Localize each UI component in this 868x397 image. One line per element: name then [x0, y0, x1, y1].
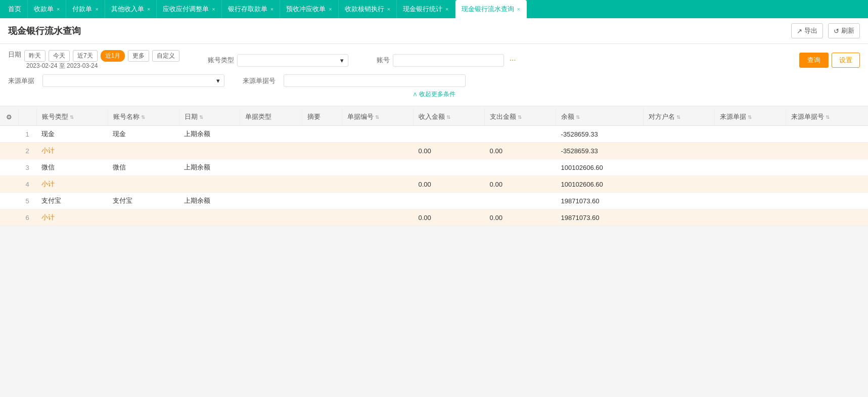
date-btn-more[interactable]: 更多: [128, 50, 149, 62]
setting-button[interactable]: 设置: [832, 53, 860, 68]
cell-counterparty: [644, 193, 715, 209]
col-row-num: [18, 108, 36, 126]
close-icon[interactable]: ×: [517, 6, 520, 12]
account-input[interactable]: [393, 54, 504, 67]
account-more-icon[interactable]: ···: [507, 56, 518, 65]
cell-gear: [0, 176, 18, 193]
nav-bank-deposit[interactable]: 银行存取款单 ×: [222, 0, 280, 18]
cell-counterparty: [644, 126, 715, 143]
cell-doc-type: [240, 159, 302, 176]
col-doc-type: 单据类型: [240, 108, 302, 126]
cell-account-name: 微信: [108, 159, 179, 176]
table-row: 3微信微信上期余额100102606.60: [0, 159, 868, 176]
cell-gear: [0, 193, 18, 209]
cell-doc-no: [342, 143, 413, 159]
date-btn-custom[interactable]: 自定义: [152, 50, 179, 62]
cell-gear: [0, 143, 18, 159]
chevron-down-icon: ▾: [216, 77, 220, 84]
nav-cash-bank-stat[interactable]: 现金银行统计 ×: [397, 0, 455, 18]
nav-cash-bank-flow[interactable]: 现金银行流水查询 ×: [455, 0, 527, 18]
col-income[interactable]: 收入金额⇅: [414, 108, 485, 126]
close-icon[interactable]: ×: [270, 6, 273, 12]
date-btn-1month[interactable]: 近1月: [101, 50, 125, 62]
cell-expense: [485, 193, 556, 209]
chevron-down-icon: ▾: [340, 57, 344, 64]
col-account-type[interactable]: 账号类型⇅: [36, 108, 108, 126]
date-controls: 昨天 今天 近7天 近1月 更多 自定义 2023-02-24 至 2023-0…: [24, 50, 179, 70]
close-icon[interactable]: ×: [57, 6, 60, 12]
filter-area: 日期 昨天 今天 近7天 近1月 更多 自定义 2023-02-24 至 202…: [0, 44, 868, 106]
cell-doc-type: [240, 176, 302, 193]
cell-date: 上期余额: [179, 193, 240, 209]
query-button[interactable]: 查询: [799, 53, 829, 68]
cell-doc-no: [342, 176, 413, 193]
nav-ar-ap-adjust[interactable]: 应收应付调整单 ×: [157, 0, 221, 18]
close-icon[interactable]: ×: [212, 6, 215, 12]
cell-row-num: 1: [18, 126, 36, 143]
export-button[interactable]: ↗ 导出: [791, 23, 823, 38]
cell-account-name: 支付宝: [108, 193, 179, 209]
source-doc-select[interactable]: ▾: [42, 74, 224, 87]
refresh-button[interactable]: ↺ 刷新: [828, 23, 860, 38]
cell-expense: 0.00: [485, 209, 556, 226]
cell-source-doc-no: [786, 193, 868, 209]
collapse-bar[interactable]: ∧ 收起更多条件: [8, 87, 860, 100]
cell-account-type: 小计: [36, 143, 108, 159]
col-expense[interactable]: 支出金额⇅: [485, 108, 556, 126]
cell-date: [179, 209, 240, 226]
date-options: 昨天 今天 近7天 近1月 更多 自定义: [24, 50, 179, 62]
date-btn-yesterday[interactable]: 昨天: [24, 50, 45, 62]
nav-home[interactable]: 首页: [2, 0, 28, 18]
cell-source-doc: [715, 143, 786, 159]
cell-source-doc-no: [786, 209, 868, 226]
close-icon[interactable]: ×: [95, 6, 98, 12]
cell-summary: [302, 176, 342, 193]
cell-source-doc-no: [786, 159, 868, 176]
nav-receipt-exec[interactable]: 收款核销执行 ×: [339, 0, 397, 18]
collapse-label: 收起更多条件: [419, 91, 455, 98]
account-filter: 账号 ···: [377, 54, 518, 67]
cell-account-type: 小计: [36, 209, 108, 226]
cell-source-doc: [715, 126, 786, 143]
date-btn-today[interactable]: 今天: [49, 50, 70, 62]
nav-payment[interactable]: 付款单 ×: [66, 0, 105, 18]
col-doc-no[interactable]: 单据编号⇅: [342, 108, 413, 126]
date-btn-7days[interactable]: 近7天: [73, 50, 98, 62]
cell-summary: [302, 143, 342, 159]
account-type-label: 账号类型: [208, 56, 234, 65]
cell-date: 上期余额: [179, 159, 240, 176]
cell-balance: 19871073.60: [556, 193, 644, 209]
col-account-name[interactable]: 账号名称⇅: [108, 108, 179, 126]
source-doc-no-input[interactable]: [284, 74, 466, 87]
account-type-select[interactable]: ▾: [237, 54, 348, 67]
action-buttons: 查询 设置: [799, 53, 860, 68]
nav-receipt[interactable]: 收款单 ×: [28, 0, 66, 18]
page-title: 现金银行流水查询: [8, 25, 81, 37]
cell-row-num: 6: [18, 209, 36, 226]
col-date[interactable]: 日期⇅: [179, 108, 240, 126]
cell-income: [414, 126, 485, 143]
col-source-doc-no[interactable]: 来源单据号⇅: [786, 108, 868, 126]
col-counterparty[interactable]: 对方户名⇅: [644, 108, 715, 126]
page-header: 现金银行流水查询 ↗ 导出 ↺ 刷新: [0, 18, 868, 44]
cell-source-doc-no: [786, 143, 868, 159]
cell-date: [179, 143, 240, 159]
col-gear[interactable]: ⚙: [0, 108, 18, 126]
header-actions: ↗ 导出 ↺ 刷新: [791, 23, 860, 38]
date-filter: 日期 昨天 今天 近7天 近1月 更多 自定义 2023-02-24 至 202…: [8, 50, 179, 70]
close-icon[interactable]: ×: [387, 6, 390, 12]
close-icon[interactable]: ×: [329, 6, 332, 12]
cell-row-num: 4: [18, 176, 36, 193]
cell-income: [414, 159, 485, 176]
col-balance[interactable]: 余额⇅: [556, 108, 644, 126]
close-icon[interactable]: ×: [147, 6, 150, 12]
nav-other-income[interactable]: 其他收入单 ×: [105, 0, 157, 18]
cell-summary: [302, 209, 342, 226]
cell-balance: -3528659.33: [556, 126, 644, 143]
col-source-doc[interactable]: 来源单据⇅: [715, 108, 786, 126]
nav-advance-offset[interactable]: 预收冲应收单 ×: [280, 0, 338, 18]
cell-date: [179, 176, 240, 193]
close-icon[interactable]: ×: [445, 6, 448, 12]
cell-balance: 19871073.60: [556, 209, 644, 226]
filter-row-2: 来源单据 ▾ 来源单据号: [8, 74, 860, 87]
